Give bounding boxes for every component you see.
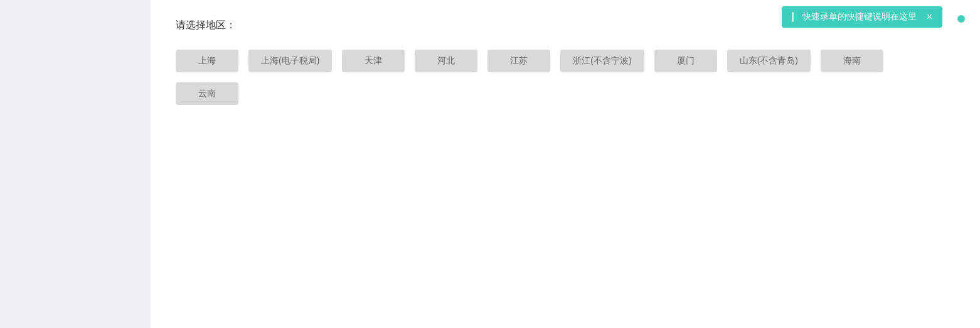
tooltip-close-button[interactable]: × [927,12,932,22]
region-button[interactable]: 天津 [342,50,405,72]
region-button[interactable]: 厦门 [654,50,717,72]
region-button[interactable]: 山东(不含青岛) [727,50,811,72]
main-content: 请选择地区： 上海上海(电子税局)天津河北江苏浙江(不含宁波)厦门山东(不含青岛… [151,0,980,328]
region-button[interactable]: 浙江(不含宁波) [560,50,644,72]
region-button[interactable]: 河北 [415,50,477,72]
region-button[interactable]: 云南 [176,82,238,105]
tooltip-dot [957,15,965,23]
tooltip-text: 快速录单的快捷键说明在这里 [802,11,917,23]
region-button[interactable]: 海南 [821,50,883,72]
region-button[interactable]: 江苏 [487,50,550,72]
left-sidebar [0,0,151,328]
region-button[interactable]: 上海(电子税局) [248,50,332,72]
tooltip-banner[interactable]: 快速录单的快捷键说明在这里 × [782,6,942,28]
region-button[interactable]: 上海 [176,50,238,72]
region-buttons: 上海上海(电子税局)天津河北江苏浙江(不含宁波)厦门山东(不含青岛)海南云南 [176,50,955,105]
